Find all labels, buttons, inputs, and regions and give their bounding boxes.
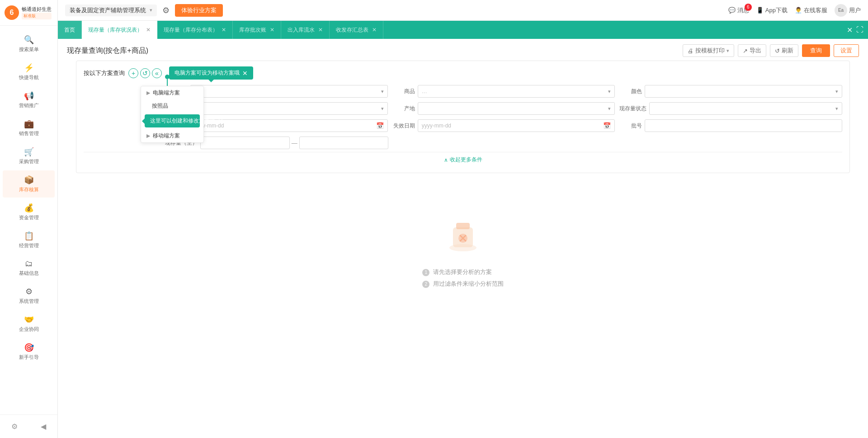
settings-bottom-icon[interactable]: ⚙	[9, 419, 20, 433]
sidebar-item-system[interactable]: ⚙ 系统管理	[3, 282, 55, 309]
sidebar-item-guide[interactable]: 🎯 新手引导	[3, 338, 55, 365]
svg-rect-2	[456, 223, 470, 229]
sidebar-item-operation[interactable]: 📋 经营管理	[3, 226, 55, 254]
add-scheme-button[interactable]: +	[128, 68, 138, 78]
warehouse-input[interactable]: … ▾	[190, 85, 388, 98]
tabs-right-actions: ✕ ⛶	[842, 21, 868, 39]
tab-in-out-flow[interactable]: 出入库流水 ✕	[281, 21, 330, 39]
main-content: 装备及固定资产辅助管理系统 ▾ ⚙ 体验行业方案 💬 消息 6 📱 App下载 …	[58, 0, 868, 438]
tab-close-in-out-flow[interactable]: ✕	[318, 27, 323, 33]
scheme-expand-icon: ▶	[146, 90, 150, 96]
page-title: 现存量查询(按仓库+商品)	[67, 46, 148, 56]
refresh-scheme-button[interactable]: ↺	[140, 68, 150, 78]
tooltip1-close[interactable]: ✕	[242, 70, 248, 77]
logo-badge: 标准版	[22, 13, 52, 19]
purchase-icon: 🛒	[24, 147, 34, 157]
tab-close-inventory-dist[interactable]: ✕	[222, 27, 226, 33]
filter-cell-product: 商品 … ▾	[392, 85, 615, 98]
sidebar-item-purchase[interactable]: 🛒 采购管理	[3, 142, 55, 170]
product-input[interactable]: … ▾	[418, 85, 615, 98]
filter-section-wrapper: 按以下方案查询 + ↺ « 电脑方案可设为移动方案哦 ✕	[67, 61, 859, 173]
collapse-more-button[interactable]: ∧ 收起更多条件	[84, 152, 842, 167]
tooltip2-arrow	[142, 118, 145, 124]
scheme-item-by-product[interactable]: 按照品	[141, 99, 203, 113]
user-menu[interactable]: Ea 用户	[835, 4, 861, 17]
expire-date-label: 失效日期	[392, 122, 415, 130]
notification-button[interactable]: 💬 消息 6	[728, 6, 749, 14]
empty-tip-num2: 2	[422, 281, 429, 288]
system-icon: ⚙	[25, 287, 33, 297]
tooltip2-close[interactable]: ✕	[218, 118, 223, 125]
settings-button[interactable]: 设置	[834, 44, 859, 57]
sidebar-item-sales[interactable]: 💼 销售管理	[3, 114, 55, 141]
logo-text: 畅通道好生意	[22, 6, 52, 13]
sidebar-item-marketing[interactable]: 📢 营销推广	[3, 86, 55, 113]
current-stock-from-input[interactable]	[200, 137, 290, 149]
system-title-selector[interactable]: 装备及固定资产辅助管理系统 ▾	[65, 5, 157, 16]
app-logo: 6 畅通道好生意 标准版	[0, 0, 57, 26]
online-service-button[interactable]: 👨‍💼 在线客服	[795, 6, 827, 14]
current-stock-to-input[interactable]	[299, 137, 389, 149]
product-label: 商品	[392, 88, 415, 95]
color-input[interactable]: ▾	[645, 85, 842, 98]
filter-actions: + ↺ «	[128, 68, 162, 78]
search-icon: 🔍	[24, 35, 34, 45]
refresh-icon: ↺	[775, 47, 780, 54]
empty-tip-num1: 1	[422, 269, 429, 276]
tab-close-batch-account[interactable]: ✕	[270, 27, 274, 33]
empty-state-icon	[440, 214, 486, 259]
mobile-scheme-item[interactable]: ▶ 移动端方案	[141, 129, 203, 142]
sidebar-item-search[interactable]: 🔍 搜索菜单	[3, 30, 55, 57]
tab-inventory-status[interactable]: 现存量（库存状况表） ✕	[82, 21, 157, 39]
export-button[interactable]: ↗ 导出	[738, 44, 766, 57]
tab-batch-account[interactable]: 库存批次账 ✕	[233, 21, 281, 39]
scheme-dropdown: ▶ 电脑端方案 按照品 这里可以创建和修改方案哦 ✕ ▶	[141, 86, 204, 143]
settings-icon[interactable]: ⚙	[162, 5, 170, 15]
sidebar-item-corp[interactable]: 🤝 企业协同	[3, 310, 55, 337]
back-scheme-button[interactable]: «	[152, 68, 162, 78]
origin-label: 产地	[392, 105, 415, 113]
batch-no-input[interactable]	[645, 119, 842, 132]
print-button[interactable]: 🖨 按模板打印 ▾	[683, 44, 734, 57]
connection-dot	[165, 75, 170, 79]
tab-fullscreen-icon[interactable]: ⛶	[856, 26, 863, 34]
export-icon: ↗	[743, 47, 748, 54]
stock-range-separator: —	[292, 140, 297, 146]
finance-icon: 💰	[24, 203, 34, 213]
tab-close-all-icon[interactable]: ✕	[847, 26, 853, 34]
tab-close-receive-send[interactable]: ✕	[372, 27, 377, 33]
origin-input[interactable]: ▾	[418, 102, 615, 115]
stock-status-input[interactable]: ▾	[649, 102, 842, 115]
tab-close-inventory-status[interactable]: ✕	[146, 27, 151, 33]
tab-home[interactable]: 首页	[58, 21, 82, 39]
size-input[interactable]: ▾	[190, 102, 388, 115]
tooltip2-container: 这里可以创建和修改方案哦 ✕	[141, 113, 203, 129]
expire-date-input[interactable]: yyyy-mm-dd 📅	[418, 119, 615, 132]
sidebar: 6 畅通道好生意 标准版 🔍 搜索菜单 ⚡ 快捷导航 📢 营销推广 💼 销售管理…	[0, 0, 58, 438]
corp-icon: 🤝	[24, 315, 34, 325]
app-download-button[interactable]: 📱 App下载	[756, 6, 788, 14]
sidebar-item-finance[interactable]: 💰 资金管理	[3, 198, 55, 226]
sidebar-item-nav[interactable]: ⚡ 快捷导航	[3, 58, 55, 85]
sales-icon: 💼	[24, 119, 34, 129]
sidebar-item-inventory[interactable]: 📦 库存核算	[3, 170, 55, 198]
marketing-icon: 📢	[24, 91, 34, 101]
filter-label: 按以下方案查询	[84, 69, 125, 77]
topbar: 装备及固定资产辅助管理系统 ▾ ⚙ 体验行业方案 💬 消息 6 📱 App下载 …	[58, 0, 868, 21]
app-download-icon: 📱	[756, 7, 764, 14]
sidebar-item-basic[interactable]: 🗂 基础信息	[3, 254, 55, 281]
sidebar-menu: 🔍 搜索菜单 ⚡ 快捷导航 📢 营销推广 💼 销售管理 🛒 采购管理 📦 库存核…	[0, 26, 57, 414]
query-button[interactable]: 查询	[802, 44, 830, 57]
desktop-scheme-item[interactable]: ▶ 电脑端方案	[141, 86, 203, 99]
refresh-button[interactable]: ↺ 刷新	[770, 44, 798, 57]
online-service-icon: 👨‍💼	[795, 7, 802, 14]
page-actions: 🖨 按模板打印 ▾ ↗ 导出 ↺ 刷新 查询 设置	[683, 44, 859, 57]
batch-no-label: 批号	[619, 122, 642, 130]
tab-inventory-dist[interactable]: 现存量（库存分布表） ✕	[157, 21, 233, 39]
print-dropdown-icon: ▾	[726, 48, 729, 54]
collapse-sidebar-icon[interactable]: ◀	[38, 419, 49, 433]
nav-icon: ⚡	[24, 63, 34, 73]
tab-receive-send[interactable]: 收发存汇总表 ✕	[330, 21, 383, 39]
scheme-tooltip-1: 电脑方案可设为移动方案哦 ✕	[169, 66, 253, 80]
industry-plan-button[interactable]: 体验行业方案	[175, 4, 223, 17]
